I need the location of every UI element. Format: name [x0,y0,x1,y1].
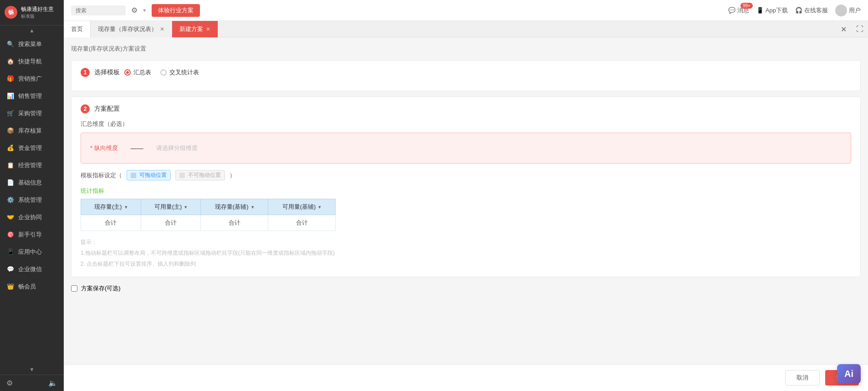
tip-2: 2. 点击标题栏下拉可设置排序、插入列和删除列 [81,258,851,269]
sidebar-item-purchase[interactable]: 🛒 采购管理 [0,105,64,122]
search-input[interactable] [71,5,126,15]
sidebar-item-finance[interactable]: 💰 资金管理 [0,139,64,157]
messages-button[interactable]: 💬 消息 99+ [728,6,749,15]
step1-title: 选择模板 [94,68,120,77]
table-cell-3: 合计 [201,215,268,231]
step1-card: 1 选择模板 汇总表 交叉统计表 [71,60,861,91]
col-header-1[interactable]: 现存量(主) ▾ [81,199,141,215]
sidebar-item-system[interactable]: ⚙️ 系统管理 [0,191,64,209]
window-controls: ✕ ⛶ [835,21,868,37]
sidebar-item-cooperation[interactable]: 🤝 企业协同 [0,209,64,226]
app-download-button[interactable]: 📱 App下载 [756,6,788,15]
marketing-icon: 🎁 [6,75,15,83]
sidebar-item-label: 营销推广 [18,75,42,83]
ai-badge[interactable]: Ai [837,364,861,384]
inventory-icon: 📦 [6,127,15,135]
sidebar-item-basic-info[interactable]: 📄 基础信息 [0,174,64,191]
chevron-down-icon: ▾ [251,204,254,210]
sidebar-item-quick-nav[interactable]: 🏠 快捷导航 [0,53,64,70]
cancel-button[interactable]: 取消 [785,370,820,386]
tab-home[interactable]: 首页 [64,21,91,37]
purchase-icon: 🛒 [6,109,15,118]
tab-new-plan-close[interactable]: ✕ [206,26,210,32]
chevron-down-icon: ▾ [318,204,321,210]
sidebar-logo: 畅 畅康通好生意 标准版 [0,0,64,26]
trial-button[interactable]: 体验行业方案 [152,4,200,17]
message-icon: 💬 [728,7,735,14]
table-cell-1: 合计 [81,215,141,231]
tab-new-plan[interactable]: 新建方案 ✕ [172,21,218,37]
topbar-settings-icon[interactable]: ⚙ [131,6,138,15]
draggable-icon [131,173,136,178]
dimension-title: 汇总维度（必选） [81,120,128,127]
sidebar-scroll-up[interactable]: ▲ [0,26,64,36]
basic-info-icon: 📄 [6,179,15,187]
radio-cross-label: 交叉统计表 [169,68,199,77]
sidebar-item-new-guide[interactable]: 🎯 新手引导 [0,226,64,243]
sidebar-item-member[interactable]: 👑 畅会员 [0,278,64,295]
volume-icon[interactable]: 🔈 [48,379,57,387]
closing-paren: ） [230,171,235,180]
page-title: 现存量(库存状况表)方案设置 [71,45,861,53]
sidebar-item-inventory[interactable]: 📦 库存核算 [0,122,64,139]
dimension-placeholder: 请选择分组维度 [156,144,198,152]
radio-cross-circle [160,69,167,76]
messages-badge: 99+ [740,3,753,9]
tips-title: 提示： [81,239,97,245]
chevron-down-icon: ▾ [184,204,187,210]
operations-icon: 📋 [6,161,15,170]
sidebar-menu: 🔍 搜索菜单 🏠 快捷导航 🎁 营销推广 📊 销售管理 🛒 采购管理 📦 库存核… [0,36,64,365]
save-label: 方案保存(可选) [81,284,121,293]
app-icon: 📱 [756,7,764,14]
template-radio-group: 汇总表 交叉统计表 [124,68,199,77]
close-window-btn[interactable]: ✕ [835,21,852,37]
content-area: 现存量(库存状况表)方案设置 1 选择模板 汇总表 交叉统计表 [64,37,868,364]
settings-icon[interactable]: ⚙ [6,379,13,387]
sidebar: 畅 畅康通好生意 标准版 ▲ 🔍 搜索菜单 🏠 快捷导航 🎁 营销推广 📊 销售… [0,0,64,391]
radio-summary[interactable]: 汇总表 [124,68,151,77]
sidebar-scroll-down[interactable]: ▼ [0,365,64,375]
stat-table-section: 统计指标 现存量(主) ▾ 可用量 [81,187,851,231]
online-service-button[interactable]: 🎧 在线客服 [795,6,828,15]
app-name: 畅康通好生意 [21,5,54,13]
finance-icon: 💰 [6,144,15,152]
sidebar-item-sales[interactable]: 📊 销售管理 [0,87,64,105]
radio-cross[interactable]: 交叉统计表 [160,68,199,77]
tab-inventory-label: 现存量（库存状况表） [98,25,157,33]
dimension-box[interactable]: * 纵向维度 —— 请选择分组维度 [81,133,851,164]
dropdown-icon[interactable]: ▾ [143,7,146,14]
expand-window-btn[interactable]: ⛶ [852,21,868,37]
col-header-4[interactable]: 可用量(基辅) ▾ [268,199,336,215]
draggable-tag: 可拖动位置 [127,170,171,180]
user-name: 用户 [849,6,861,15]
table-cell-2: 合计 [141,215,201,231]
step2-badge: 2 [81,104,90,113]
non-draggable-tag: 不可拖动位置 [175,170,225,180]
topbar: ⚙ ▾ 体验行业方案 💬 消息 99+ 📱 App下载 🎧 在线客服 用户 [64,0,868,21]
sidebar-item-wechat[interactable]: 💬 企业微信 [0,261,64,278]
sidebar-item-label: 新手引导 [18,231,42,239]
col-header-2[interactable]: 可用量(主) ▾ [141,199,201,215]
sidebar-item-label: 应用中心 [18,248,42,256]
search-menu-icon: 🔍 [6,40,15,48]
wechat-icon: 💬 [6,265,15,273]
sidebar-item-label: 销售管理 [18,92,42,100]
tab-inventory-status[interactable]: 现存量（库存状况表） ✕ [91,21,172,37]
tips-section: 提示： 1.拖动标题栏可以调整布局，不可跨维度或指标区域拖动栏目字段(只能在同一… [81,237,851,269]
app-center-icon: 📱 [6,248,15,256]
user-menu[interactable]: 用户 [835,5,861,16]
sidebar-item-operations[interactable]: 📋 经营管理 [0,157,64,174]
non-draggable-icon [179,173,185,178]
step2-header: 2 方案配置 [81,104,851,113]
save-checkbox[interactable] [71,285,77,292]
sidebar-item-app-center[interactable]: 📱 应用中心 [0,243,64,261]
avatar [835,5,847,16]
sidebar-item-marketing[interactable]: 🎁 营销推广 [0,70,64,87]
col-header-3[interactable]: 现存量(基辅) ▾ [201,199,268,215]
indicator-label: 模板指标设定（ [81,171,122,180]
tabs-bar: 首页 现存量（库存状况表） ✕ 新建方案 ✕ ✕ ⛶ [64,21,868,37]
app-version: 标准版 [21,13,54,20]
sidebar-item-search-menu[interactable]: 🔍 搜索菜单 [0,36,64,53]
sidebar-item-label: 企业协同 [18,213,42,221]
tab-inventory-close[interactable]: ✕ [160,26,164,32]
